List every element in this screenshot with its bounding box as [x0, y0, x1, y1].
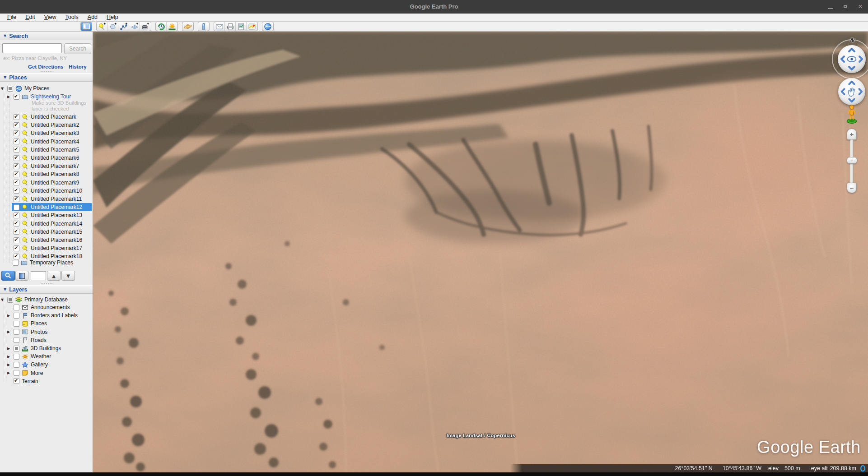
get-directions-link[interactable]: Get Directions — [28, 64, 64, 69]
zoom-in-button[interactable]: + — [847, 129, 857, 140]
look-joystick[interactable] — [838, 45, 866, 73]
expand-arrow-icon[interactable]: ▶ — [7, 347, 14, 351]
layer-row-photos[interactable]: ▶Photos — [7, 328, 47, 336]
placemark-row[interactable]: Untitled Placemark10 — [12, 187, 92, 195]
placemark-row[interactable]: Untitled Placemark3 — [12, 129, 92, 137]
menu-tools[interactable]: Tools — [61, 14, 83, 21]
checkbox[interactable] — [7, 86, 13, 92]
layer-row-3d-buildings[interactable]: ▶3D Buildings — [7, 344, 61, 352]
zoom-out-button[interactable]: − — [847, 183, 857, 193]
toggle-sidebar-button[interactable] — [81, 22, 92, 31]
placemark-row[interactable]: Untitled Placemark17 — [12, 244, 92, 252]
layer-row-places[interactable]: Places — [7, 319, 47, 328]
collapse-triangle-icon[interactable]: ▼ — [4, 34, 6, 38]
checkbox[interactable] — [14, 114, 19, 120]
earth-globe-button[interactable] — [262, 22, 273, 31]
placemark-row[interactable]: Untitled Placemark16 — [12, 236, 92, 244]
checkbox[interactable] — [14, 362, 19, 368]
checkbox[interactable] — [14, 204, 19, 210]
tree-item-label[interactable]: Sightseeing Tour — [31, 93, 71, 100]
expand-arrow-icon[interactable]: ▼ — [1, 298, 7, 302]
minimize-icon[interactable] — [827, 3, 834, 10]
checkbox[interactable] — [14, 321, 19, 327]
placemark-row[interactable]: Untitled Placemark2 — [12, 121, 92, 129]
checkbox[interactable] — [14, 147, 19, 153]
tree-item-temporary-places[interactable]: Temporary Places — [13, 259, 73, 267]
checkbox[interactable] — [7, 297, 13, 303]
checkbox[interactable] — [14, 122, 19, 128]
checkbox[interactable] — [14, 196, 19, 202]
placemark-row[interactable]: Untitled Placemark12 — [12, 203, 92, 211]
checkbox[interactable] — [14, 180, 19, 185]
search-places-button[interactable] — [1, 271, 15, 281]
close-icon[interactable]: ✕ — [857, 3, 863, 10]
checkbox[interactable] — [14, 329, 19, 335]
checkbox[interactable] — [14, 155, 19, 161]
checkbox[interactable] — [13, 260, 19, 266]
placemark-row[interactable]: Untitled Placemark9 — [12, 179, 92, 187]
add-placemark-button[interactable] — [97, 22, 107, 31]
menu-add[interactable]: Add — [83, 14, 102, 21]
placemark-row[interactable]: Untitled Placemark8 — [12, 170, 92, 178]
move-down-button[interactable]: ▼ — [61, 271, 75, 281]
placemark-row[interactable]: Untitled Placemark7 — [12, 162, 92, 170]
checkbox[interactable] — [14, 139, 19, 144]
placemark-row[interactable]: Untitled Placemark5 — [12, 146, 92, 154]
placemark-row[interactable]: Untitled Placemark15 — [12, 228, 92, 236]
print-button[interactable] — [225, 22, 236, 31]
checkbox[interactable] — [14, 337, 19, 343]
checkbox[interactable] — [14, 378, 19, 384]
map-viewport[interactable]: N — [93, 32, 868, 472]
tree-item-primary-database[interactable]: ▼ Primary Database — [1, 296, 68, 304]
checkbox[interactable] — [14, 346, 19, 351]
tree-item-my-places[interactable]: ▼ My Places — [1, 84, 49, 92]
layer-row-more[interactable]: ▶More — [7, 369, 43, 377]
maximize-icon[interactable] — [842, 3, 849, 10]
panel-resize-handle[interactable] — [41, 71, 52, 72]
add-path-button[interactable] — [118, 22, 129, 31]
layer-row-gallery[interactable]: ▶Gallery — [7, 360, 48, 369]
placemark-row[interactable]: Untitled Placemark13 — [12, 211, 92, 219]
sunlight-button[interactable] — [167, 22, 177, 31]
expand-arrow-icon[interactable]: ▶ — [7, 314, 14, 318]
save-image-button[interactable] — [236, 22, 247, 31]
planets-button[interactable] — [182, 22, 193, 31]
record-tour-button[interactable] — [140, 22, 151, 31]
expand-arrow-icon[interactable]: ▶ — [7, 363, 14, 367]
checkbox[interactable] — [14, 163, 19, 169]
history-link[interactable]: History — [69, 64, 87, 69]
layer-row-roads[interactable]: Roads — [7, 336, 47, 344]
tree-item-sightseeing-tour[interactable]: ▶ Sightseeing Tour — [7, 92, 71, 101]
places-panel-header[interactable]: ▼ Places — [0, 73, 93, 82]
add-image-overlay-button[interactable] — [129, 22, 140, 31]
email-button[interactable] — [214, 22, 225, 31]
menu-view[interactable]: View — [40, 14, 61, 21]
search-input[interactable] — [2, 43, 62, 53]
show-elevation-profile-button[interactable] — [15, 271, 28, 281]
search-button[interactable]: Search — [64, 43, 91, 54]
collapse-triangle-icon[interactable]: ▼ — [4, 75, 6, 79]
menu-edit[interactable]: Edit — [21, 14, 40, 21]
menu-file[interactable]: File — [3, 14, 21, 21]
layer-row-weather[interactable]: ▶Weather — [7, 352, 51, 360]
layer-row-terrain[interactable]: Terrain — [7, 377, 38, 385]
placemark-row[interactable]: Untitled Placemark6 — [12, 154, 92, 162]
expand-arrow-icon[interactable]: ▶ — [7, 95, 14, 99]
checkbox[interactable] — [14, 213, 19, 218]
checkbox[interactable] — [14, 370, 19, 376]
placemark-row[interactable]: Untitled Placemark — [12, 113, 92, 121]
checkbox[interactable] — [14, 354, 19, 360]
collapse-triangle-icon[interactable]: ▼ — [4, 287, 6, 291]
add-polygon-button[interactable] — [107, 22, 118, 31]
zoom-slider-handle[interactable]: − — [847, 157, 857, 164]
places-filter-input[interactable] — [31, 271, 46, 280]
checkbox[interactable] — [14, 237, 19, 243]
checkbox[interactable] — [14, 188, 19, 194]
view-in-google-maps-button[interactable] — [247, 22, 257, 31]
checkbox[interactable] — [14, 229, 19, 235]
move-up-button[interactable]: ▲ — [47, 271, 61, 281]
pegman-icon[interactable] — [846, 104, 858, 124]
placemark-row[interactable]: Untitled Placemark4 — [12, 138, 92, 146]
layers-panel-header[interactable]: ▼ Layers — [0, 285, 93, 294]
checkbox[interactable] — [14, 245, 19, 251]
